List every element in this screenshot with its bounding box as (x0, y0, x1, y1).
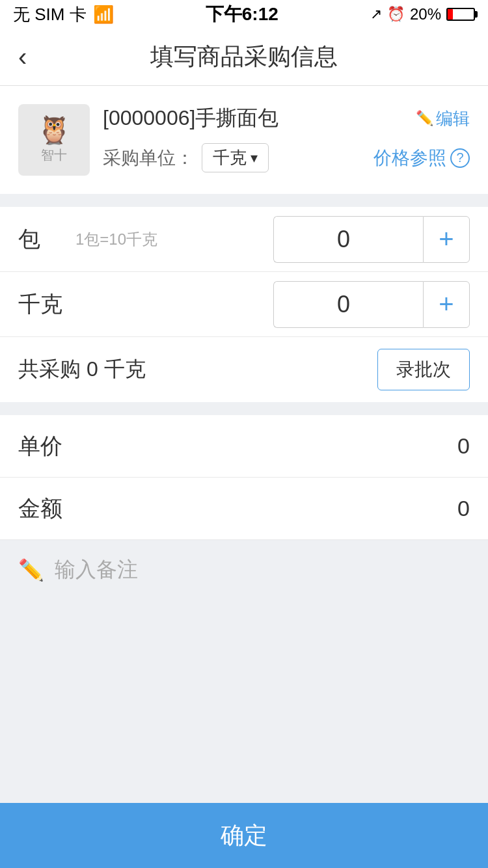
wifi-icon: 📶 (93, 5, 114, 25)
remark-input-row[interactable]: ✏️ 输入备注 (18, 556, 470, 584)
clock: 下午6:12 (206, 2, 278, 27)
battery-indicator (446, 8, 475, 21)
amount-row: 金额 0 (0, 478, 488, 540)
confirm-button[interactable]: 确定 (0, 803, 488, 868)
battery-percent: 20% (410, 5, 441, 23)
unit-price-label: 单价 (18, 431, 62, 461)
edit-button[interactable]: ✏️ 编辑 (416, 107, 470, 130)
unit-select[interactable]: 千克 ▾ (202, 143, 269, 172)
nav-bar: ‹ 填写商品采购信息 (0, 29, 488, 86)
price-ref-button[interactable]: 价格参照 ? (373, 146, 470, 170)
summary-text: 共采购 0 千克 (18, 355, 146, 384)
remark-placeholder: 输入备注 (55, 556, 138, 584)
purchase-unit-row: 采购单位： 千克 ▾ 价格参照 ? (103, 143, 470, 172)
unit-value: 千克 (213, 146, 247, 169)
amount-label: 金额 (18, 494, 62, 524)
record-batch-button[interactable]: 录批次 (377, 349, 470, 390)
info-icon: ? (450, 148, 470, 168)
kg-quantity-input[interactable] (273, 281, 423, 328)
price-section: 单价 0 金额 0 (0, 415, 488, 540)
kg-plus-button[interactable]: + (423, 281, 470, 328)
product-img-label: 智十 (41, 146, 67, 164)
edit-icon: ✏️ (416, 110, 433, 127)
chevron-down-icon: ▾ (251, 150, 258, 167)
pencil-icon: ✏️ (18, 558, 44, 582)
bag-quantity-input[interactable] (273, 216, 423, 263)
purchase-unit-left: 采购单位： 千克 ▾ (103, 143, 269, 172)
section-divider-1 (0, 194, 488, 207)
section-divider-2 (0, 402, 488, 415)
status-bar: 无 SIM 卡 📶 下午6:12 ↗ ⏰ 20% (0, 0, 488, 29)
location-icon: ↗ (370, 6, 382, 23)
product-name: [0000006]手撕面包 (103, 104, 278, 133)
bag-label: 包 (18, 224, 70, 254)
product-image: 🦉 智十 (18, 104, 90, 176)
status-left: 无 SIM 卡 📶 (13, 3, 114, 26)
page-title: 填写商品采购信息 (150, 41, 338, 73)
edit-label: 编辑 (436, 107, 470, 130)
alarm-icon: ⏰ (387, 6, 405, 23)
product-owl-icon: 🦉 (37, 116, 71, 144)
bag-plus-button[interactable]: + (423, 216, 470, 263)
unit-prefix-label: 采购单位： (103, 146, 194, 170)
unit-price-value: 0 (457, 433, 470, 459)
carrier-label: 无 SIM 卡 (13, 3, 87, 26)
back-button[interactable]: ‹ (18, 42, 27, 72)
kg-label: 千克 (18, 290, 70, 319)
status-right: ↗ ⏰ 20% (370, 5, 475, 23)
unit-price-row: 单价 0 (0, 415, 488, 478)
bag-input-row: 包 1包=10千克 + (0, 207, 488, 272)
bag-sublabel: 1包=10千克 (75, 229, 157, 250)
input-section: 包 1包=10千克 + 千克 + (0, 207, 488, 337)
product-card: 🦉 智十 [0000006]手撕面包 ✏️ 编辑 采购单位： 千克 ▾ 价格参照… (0, 86, 488, 194)
summary-row: 共采购 0 千克 录批次 (0, 337, 488, 402)
product-name-row: [0000006]手撕面包 ✏️ 编辑 (103, 104, 470, 133)
kg-input-right: + (273, 281, 470, 328)
price-ref-label: 价格参照 (373, 146, 446, 170)
kg-input-row: 千克 + (0, 272, 488, 337)
amount-value: 0 (457, 496, 470, 521)
remark-area: ✏️ 输入备注 (0, 540, 488, 670)
product-info: [0000006]手撕面包 ✏️ 编辑 采购单位： 千克 ▾ 价格参照 ? (103, 104, 470, 172)
bag-input-right: + (273, 216, 470, 263)
